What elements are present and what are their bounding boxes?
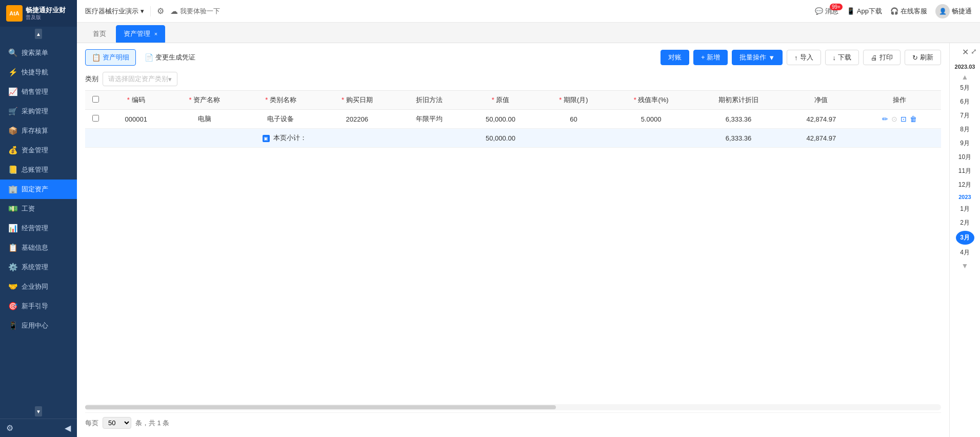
per-page-select[interactable]: 10 20 50 100: [103, 417, 131, 429]
month-item-5[interactable]: 5月: [954, 81, 976, 95]
sidebar-scroll-up[interactable]: ▲: [35, 29, 42, 39]
sidebar-item-label: 固定资产: [22, 185, 48, 194]
month-item-1[interactable]: 1月: [954, 202, 976, 216]
header-category: 类别名称: [243, 91, 319, 110]
online-service-button[interactable]: 🎧 在线客服: [890, 7, 927, 16]
right-panel: ✕ ⤢ 2023.03 ▲ 5月 6月 7月 8月 9月 10月 11月 12月…: [949, 43, 980, 437]
import-label: 导入: [800, 53, 813, 62]
print-icon: 🖨: [871, 54, 877, 62]
sidebar-item-sales[interactable]: 📈 销售管理: [0, 82, 77, 102]
tab-asset-management[interactable]: 资产管理 ×: [116, 25, 165, 43]
subtab-asset-label: 资产明细: [103, 53, 129, 62]
year-2023-label: 2023: [958, 192, 971, 202]
user-area[interactable]: 👤 畅捷通: [935, 4, 972, 18]
sidebar-item-ledger[interactable]: 📒 总账管理: [0, 160, 77, 180]
sidebar-scroll-down[interactable]: ▼: [35, 406, 42, 416]
row-checkbox[interactable]: [92, 115, 99, 122]
import-button[interactable]: ↑ 导入: [787, 50, 821, 65]
user-name: 畅捷通: [952, 7, 972, 16]
row-accumulated: 6,333.36: [692, 110, 784, 129]
main-area: 医疗器械行业演示 ▾ ⚙ ☁ 我要体验一下 💬 消息 99+ 📱 App下载 🎧…: [77, 0, 980, 437]
sidebar-item-inventory[interactable]: 📦 库存核算: [0, 121, 77, 141]
subtotal-row: ▣ 本页小计： 50,000.00 6,333.36 42,874.97: [85, 129, 941, 148]
sales-icon: 📈: [8, 87, 17, 96]
panel-scroll-up-icon[interactable]: ▲: [962, 73, 969, 81]
app-download-button[interactable]: 📱 App下载: [847, 7, 882, 16]
subtabs: 📋 资产明细 📄 变更生成凭证 对账 + 新增 批量操作: [85, 49, 941, 66]
reconcile-button[interactable]: 对账: [661, 50, 689, 65]
edit-icon[interactable]: ✏: [882, 115, 888, 123]
scrollbar-thumb: [85, 405, 556, 409]
sidebar-item-app-center[interactable]: 📱 应用中心: [0, 316, 77, 335]
select-all-checkbox[interactable]: [92, 96, 99, 103]
ledger-icon: 📒: [8, 165, 17, 174]
content-area: 📋 资产明细 📄 变更生成凭证 对账 + 新增 批量操作: [77, 43, 980, 437]
refresh-button[interactable]: ↻ 刷新: [905, 50, 941, 65]
print-button[interactable]: 🖨 打印: [863, 50, 901, 65]
batch-button[interactable]: 批量操作 ▼: [732, 50, 783, 65]
month-item-9[interactable]: 9月: [954, 136, 976, 150]
sidebar-item-collab[interactable]: 🤝 企业协同: [0, 277, 77, 296]
subtab-asset-detail[interactable]: 📋 资产明细: [85, 49, 136, 66]
per-page-label: 每页: [85, 419, 98, 428]
tab-close-icon[interactable]: ×: [154, 31, 157, 37]
download-label: 下载: [838, 53, 851, 62]
month-item-11[interactable]: 11月: [954, 164, 976, 178]
panel-close-icon[interactable]: ✕: [962, 47, 969, 62]
subtab-voucher[interactable]: 📄 变更生成凭证: [138, 49, 202, 66]
month-item-10[interactable]: 10月: [954, 150, 976, 164]
inventory-icon: 📦: [8, 126, 17, 135]
row-category: 电子设备: [243, 110, 319, 129]
tab-home[interactable]: 首页: [85, 25, 114, 43]
phone-icon: 📱: [847, 7, 855, 15]
fixed-assets-icon: 🏢: [8, 185, 17, 194]
sidebar-item-funds[interactable]: 💰 资金管理: [0, 141, 77, 160]
month-item-8[interactable]: 8月: [954, 123, 976, 136]
sidebar-item-label: 采购管理: [22, 107, 48, 116]
sidebar: AtA 畅捷通好业财 普及版 ▲ 🔍 搜索菜单 ⚡ 快捷导航 📈 销售管理 🛒 …: [0, 0, 77, 437]
sidebar-item-salary[interactable]: 💵 工资: [0, 199, 77, 218]
sidebar-item-label: 快捷导航: [22, 68, 48, 77]
month-item-2[interactable]: 2月: [954, 216, 976, 230]
sidebar-item-basic-info[interactable]: 📋 基础信息: [0, 238, 77, 257]
sidebar-item-fixed-assets[interactable]: 🏢 固定资产: [0, 180, 77, 199]
collapse-icon[interactable]: ◀: [65, 423, 71, 433]
header-purchase-date: 购买日期: [319, 91, 395, 110]
trial-text: 我要体验一下: [180, 7, 220, 16]
download-button[interactable]: ↓ 下载: [825, 50, 859, 65]
duplicate-icon[interactable]: ⊡: [901, 115, 907, 123]
header-code: 编码: [106, 91, 166, 110]
header-original-value: 原值: [464, 91, 537, 110]
month-item-4[interactable]: 4月: [954, 246, 976, 260]
sidebar-item-quicknav[interactable]: ⚡ 快捷导航: [0, 63, 77, 82]
sidebar-item-system[interactable]: ⚙️ 系统管理: [0, 257, 77, 277]
headset-icon: 🎧: [890, 7, 898, 15]
sidebar-item-management[interactable]: 📊 经营管理: [0, 218, 77, 238]
sidebar-item-purchase[interactable]: 🛒 采购管理: [0, 102, 77, 121]
sidebar-item-guide[interactable]: 🎯 新手引导: [0, 296, 77, 316]
table-scrollbar[interactable]: [85, 404, 941, 410]
delete-icon[interactable]: 🗑: [910, 115, 917, 123]
sidebar-item-label: 企业协同: [22, 282, 48, 291]
header-checkbox-cell: [85, 91, 106, 110]
tab-asset-label: 资产管理: [124, 30, 150, 37]
month-item-7[interactable]: 7月: [954, 109, 976, 123]
copy-icon[interactable]: ⊙: [891, 115, 897, 123]
panel-scroll-down-icon[interactable]: ▼: [962, 262, 969, 270]
sidebar-item-label: 应用中心: [22, 321, 48, 330]
month-item-6[interactable]: 6月: [954, 95, 976, 109]
row-name: 电脑: [166, 110, 243, 129]
asset-table: 编码 资产名称 类别名称 购买日期 折旧方法 原值 期限(月) 残值率(%) 期…: [85, 90, 941, 402]
new-button[interactable]: + 新增: [693, 50, 728, 65]
trial-area[interactable]: ☁ 我要体验一下: [170, 7, 220, 16]
month-item-3-active[interactable]: 3月: [956, 231, 974, 245]
settings-icon[interactable]: ⚙: [6, 423, 13, 433]
panel-expand-icon[interactable]: ⤢: [971, 47, 977, 55]
settings-gear-icon[interactable]: ⚙: [157, 6, 164, 16]
month-item-12[interactable]: 12月: [954, 178, 976, 192]
row-residual-rate: 5.0000: [610, 110, 692, 129]
category-filter[interactable]: 请选择固定资产类别 ▾: [103, 72, 177, 86]
message-button[interactable]: 💬 消息 99+: [815, 7, 838, 16]
sidebar-item-search[interactable]: 🔍 搜索菜单: [0, 43, 77, 63]
company-selector[interactable]: 医疗器械行业演示 ▾: [85, 7, 144, 16]
